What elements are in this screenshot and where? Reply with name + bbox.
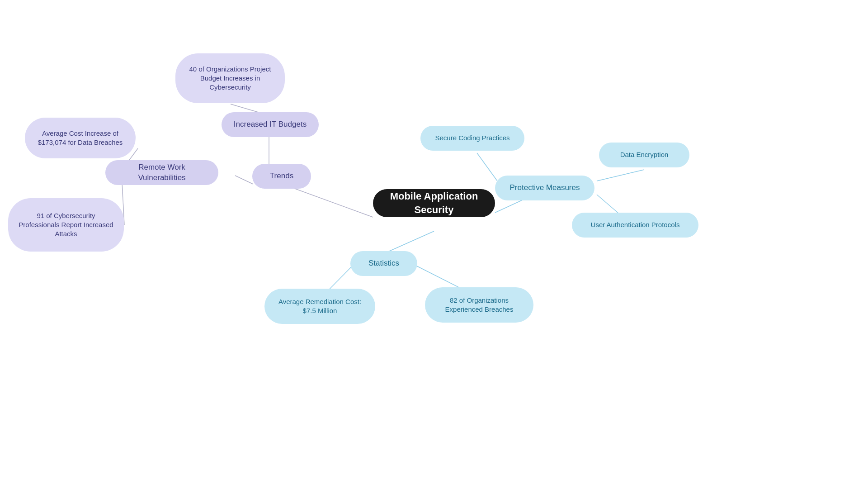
trends-label: Trends — [270, 171, 293, 181]
increased-budgets-node: Increased IT Budgets — [222, 112, 319, 137]
budget-stat-node: 40 of Organizations Project Budget Incre… — [175, 53, 285, 103]
center-node: Mobile Application Security — [373, 189, 495, 217]
remediation-cost-node: Average Remediation Cost: $7.5 Million — [264, 289, 375, 324]
attacks-stat-label: 91 of Cybersecurity Professionals Report… — [18, 211, 114, 239]
svg-line-3 — [235, 176, 253, 184]
remediation-cost-label: Average Remediation Cost: $7.5 Million — [274, 297, 365, 316]
remote-work-node: Remote Work Vulnerabilities — [105, 160, 218, 185]
data-encryption-label: Data Encryption — [620, 150, 669, 159]
protective-measures-label: Protective Measures — [510, 183, 580, 193]
statistics-label: Statistics — [368, 258, 399, 269]
secure-coding-label: Secure Coding Practices — [435, 133, 509, 143]
statistics-node: Statistics — [350, 251, 417, 276]
svg-line-8 — [477, 153, 497, 181]
center-label: Mobile Application Security — [383, 190, 485, 216]
user-auth-node: User Authentication Protocols — [572, 213, 698, 238]
svg-line-2 — [384, 231, 434, 253]
breaches-stat-label: 82 of Organizations Experienced Breaches — [435, 296, 524, 314]
avg-cost-label: Average Cost Increase of $173,074 for Da… — [35, 129, 126, 147]
data-encryption-node: Data Encryption — [599, 143, 689, 167]
user-auth-label: User Authentication Protocols — [591, 220, 680, 229]
secure-coding-node: Secure Coding Practices — [420, 126, 524, 151]
increased-budgets-label: Increased IT Budgets — [234, 119, 307, 130]
breaches-stat-node: 82 of Organizations Experienced Breaches — [425, 287, 533, 323]
svg-line-0 — [283, 184, 373, 217]
protective-measures-node: Protective Measures — [495, 176, 594, 200]
avg-cost-node: Average Cost Increase of $173,074 for Da… — [25, 118, 136, 158]
trends-node: Trends — [252, 164, 311, 189]
attacks-stat-node: 91 of Cybersecurity Professionals Report… — [8, 198, 124, 252]
svg-line-9 — [597, 170, 644, 181]
remote-work-label: Remote Work Vulnerabilities — [115, 162, 208, 183]
budget-stat-label: 40 of Organizations Project Budget Incre… — [185, 65, 275, 92]
